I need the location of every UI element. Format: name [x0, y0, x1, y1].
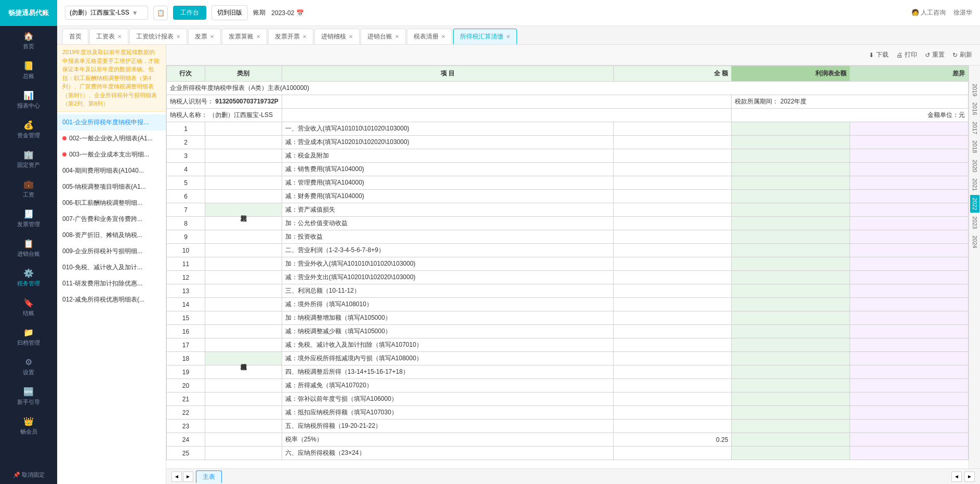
row-diff-20[interactable] — [850, 393, 969, 406]
calendar-icon[interactable]: 📅 — [296, 9, 304, 17]
row-diff-1[interactable] — [850, 136, 969, 149]
row-amount-4[interactable] — [613, 176, 732, 190]
menu-item-001[interactable]: 001-企业所得税年度纳税申报... — [57, 114, 166, 130]
row-profit-24[interactable] — [732, 447, 850, 460]
refresh-button[interactable]: ↻ 刷新 — [952, 50, 972, 59]
row-amount-16[interactable] — [613, 338, 732, 352]
menu-item-007[interactable]: 007-广告费和业务宣传费跨... — [57, 211, 166, 227]
menu-item-011[interactable]: 011-研发费用加计扣除优惠... — [57, 276, 166, 292]
row-diff-2[interactable] — [850, 149, 969, 163]
tab-7[interactable]: 进销台账✕ — [361, 29, 406, 44]
menu-item-004[interactable]: 004-期间费用明细表(A1040... — [57, 163, 166, 179]
sidebar-item-工资[interactable]: 💼工资 — [0, 174, 57, 204]
row-profit-23[interactable] — [732, 433, 850, 447]
tab-2[interactable]: 工资统计报表✕ — [129, 29, 187, 44]
year-item-2021[interactable]: 2021 — [970, 176, 979, 193]
menu-item-010[interactable]: 010-免税、减计收入及加计... — [57, 259, 166, 276]
row-diff-12[interactable] — [850, 284, 969, 298]
main-table-wrap[interactable]: 行次 类别 项 目 全 额 利润表全额 差异 企业所得税年度纳税 — [166, 66, 969, 468]
row-profit-8[interactable] — [732, 230, 850, 244]
row-diff-16[interactable] — [850, 338, 969, 352]
row-profit-4[interactable] — [732, 176, 850, 190]
row-diff-15[interactable] — [850, 325, 969, 338]
row-profit-0[interactable] — [732, 122, 850, 136]
row-amount-20[interactable] — [613, 393, 732, 406]
tab-0[interactable]: 首页 — [62, 29, 88, 44]
row-amount-15[interactable] — [613, 325, 732, 338]
row-diff-21[interactable] — [850, 406, 969, 420]
menu-item-005[interactable]: 005-纳税调整项目明细表(A1... — [57, 179, 166, 195]
row-amount-7[interactable] — [613, 217, 732, 230]
row-profit-10[interactable] — [732, 257, 850, 271]
row-amount-19[interactable] — [613, 379, 732, 393]
sidebar-item-首页[interactable]: 🏠首页 — [0, 26, 57, 56]
row-amount-2[interactable] — [613, 149, 732, 163]
row-diff-14[interactable] — [850, 311, 969, 325]
tab-close-4[interactable]: ✕ — [256, 34, 260, 40]
row-diff-3[interactable] — [850, 163, 969, 176]
row-diff-0[interactable] — [850, 122, 969, 136]
row-diff-24[interactable] — [850, 447, 969, 460]
row-profit-16[interactable] — [732, 338, 850, 352]
row-amount-13[interactable] — [613, 298, 732, 311]
row-profit-9[interactable] — [732, 244, 850, 257]
tab-4[interactable]: 发票算账✕ — [222, 29, 267, 44]
sidebar-item-新手引导[interactable]: 🆕新手引导 — [0, 382, 57, 411]
tab-1[interactable]: 工资表✕ — [89, 29, 128, 44]
scroll-left-button[interactable]: ◄ — [171, 472, 182, 482]
tab-close-1[interactable]: ✕ — [117, 34, 122, 40]
row-profit-3[interactable] — [732, 163, 850, 176]
page-right-button[interactable]: ► — [964, 472, 975, 482]
tab-close-7[interactable]: ✕ — [395, 34, 399, 40]
row-profit-21[interactable] — [732, 406, 850, 420]
row-diff-5[interactable] — [850, 190, 969, 203]
user-service[interactable]: 🧑 人工咨询 — [911, 8, 946, 17]
year-item-2018[interactable]: 2018 — [970, 138, 979, 155]
row-amount-18[interactable] — [613, 365, 732, 379]
tab-main-table[interactable]: 主表 — [196, 470, 222, 483]
reset-button[interactable]: ↺ 重置 — [925, 50, 945, 59]
tab-close-3[interactable]: ✕ — [210, 34, 214, 40]
sidebar-item-总账[interactable]: 📒总账 — [0, 56, 57, 85]
row-diff-22[interactable] — [850, 420, 969, 433]
menu-item-006[interactable]: 006-职工薪酬纳税调整明细... — [57, 195, 166, 211]
tab-close-5[interactable]: ✕ — [302, 34, 307, 40]
row-profit-18[interactable] — [732, 365, 850, 379]
year-item-2017[interactable]: 2017 — [970, 119, 979, 137]
year-item-2024[interactable]: 2024 — [970, 233, 979, 251]
row-profit-7[interactable] — [732, 217, 850, 230]
row-profit-15[interactable] — [732, 325, 850, 338]
year-item-2016[interactable]: 2016 — [970, 100, 979, 117]
menu-item-009[interactable]: 009-企业所得税补亏损明细... — [57, 243, 166, 259]
row-diff-18[interactable] — [850, 365, 969, 379]
row-profit-19[interactable] — [732, 379, 850, 393]
row-amount-9[interactable] — [613, 244, 732, 257]
row-amount-0[interactable] — [613, 122, 732, 136]
menu-item-002[interactable]: 002-一般企业收入明细表(A1... — [57, 130, 166, 147]
row-amount-24[interactable] — [613, 447, 732, 460]
row-diff-4[interactable] — [850, 176, 969, 190]
menu-item-008[interactable]: 008-资产折旧、摊销及纳税... — [57, 227, 166, 243]
row-amount-23[interactable]: 0.25 — [613, 433, 732, 447]
switch-version-button[interactable]: 切到旧版 — [211, 5, 248, 20]
row-amount-21[interactable] — [613, 406, 732, 420]
year-item-2022[interactable]: 2022 — [970, 195, 979, 213]
row-amount-10[interactable] — [613, 257, 732, 271]
row-diff-7[interactable] — [850, 217, 969, 230]
tab-close-9[interactable]: ✕ — [506, 34, 510, 40]
row-diff-19[interactable] — [850, 379, 969, 393]
row-amount-17[interactable] — [613, 352, 732, 365]
row-amount-22[interactable] — [613, 420, 732, 433]
company-selector[interactable]: (勿删）江西服宝-LSS ▼ — [65, 6, 148, 20]
row-amount-8[interactable] — [613, 230, 732, 244]
row-diff-9[interactable] — [850, 244, 969, 257]
tab-8[interactable]: 税表清册✕ — [407, 29, 452, 44]
row-diff-6[interactable] — [850, 203, 969, 217]
tab-9[interactable]: 所得税汇算清缴✕ — [453, 29, 517, 44]
row-amount-12[interactable] — [613, 284, 732, 298]
row-diff-8[interactable] — [850, 230, 969, 244]
sidebar-item-设置[interactable]: ⚙设置 — [0, 352, 57, 382]
row-amount-3[interactable] — [613, 163, 732, 176]
sidebar-item-发票管理[interactable]: 🧾发票管理 — [0, 204, 57, 233]
sidebar-item-归档管理[interactable]: 📁归档管理 — [0, 322, 57, 352]
